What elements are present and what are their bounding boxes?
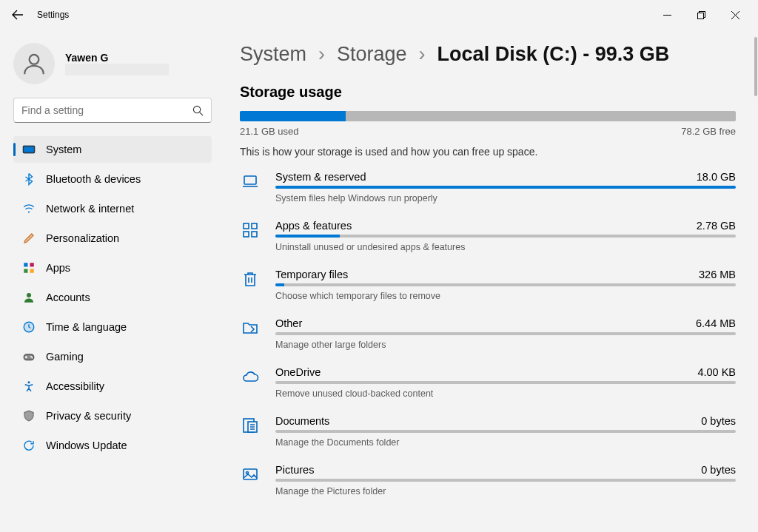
storage-usage-fill <box>240 111 346 121</box>
search-icon <box>192 105 204 116</box>
account-icon <box>22 291 36 304</box>
category-size: 18.0 GB <box>697 171 736 183</box>
access-icon <box>22 380 36 393</box>
nav-label: Bluetooth & devices <box>46 173 141 185</box>
storage-description: This is how your storage is used and how… <box>240 146 736 158</box>
time-icon <box>22 320 36 334</box>
svg-rect-9 <box>24 269 27 273</box>
category-sub: Choose which temporary files to remove <box>275 291 736 301</box>
image-icon <box>240 464 261 496</box>
minimize-button[interactable] <box>650 3 684 27</box>
trash-icon <box>240 269 261 301</box>
svg-point-2 <box>30 55 39 64</box>
svg-rect-25 <box>244 469 257 479</box>
section-title: Storage usage <box>240 84 736 101</box>
category-bar <box>275 186 736 189</box>
person-icon <box>21 51 47 76</box>
laptop-icon <box>240 171 261 203</box>
chevron-right-icon: › <box>318 43 325 66</box>
nav-label: Apps <box>46 262 70 274</box>
close-icon <box>731 11 739 19</box>
category-bar-fill <box>275 186 736 189</box>
category-other[interactable]: Other6.44 MBManage other large folders <box>240 317 736 350</box>
folder-icon <box>240 317 261 350</box>
category-bar <box>275 430 736 433</box>
category-documents[interactable]: Documents0 bytesManage the Documents fol… <box>240 415 736 448</box>
category-sub: System files help Windows run properly <box>275 193 736 203</box>
svg-rect-10 <box>30 269 34 273</box>
nav-label: Network & internet <box>46 203 134 215</box>
sidebar-item-accessibility[interactable]: Accessibility <box>13 373 212 400</box>
svg-rect-4 <box>24 147 35 153</box>
sidebar-item-windows-update[interactable]: Windows Update <box>13 432 212 459</box>
nav-label: Gaming <box>46 351 84 363</box>
svg-point-15 <box>30 356 32 357</box>
search-box[interactable] <box>13 98 212 123</box>
svg-rect-18 <box>244 176 256 184</box>
profile[interactable]: Yawen G <box>13 43 212 84</box>
sidebar-item-privacy-security[interactable]: Privacy & security <box>13 403 212 429</box>
category-size: 2.78 GB <box>697 220 736 232</box>
category-size: 0 bytes <box>701 415 736 427</box>
category-name: Temporary files <box>275 269 348 280</box>
category-size: 4.00 KB <box>697 366 736 378</box>
free-label: 78.2 GB free <box>681 126 736 137</box>
sidebar-item-system[interactable]: System <box>13 136 212 163</box>
category-sub: Manage other large folders <box>275 340 736 350</box>
svg-point-3 <box>193 106 200 112</box>
nav-label: Windows Update <box>46 440 127 451</box>
sidebar-item-time-language[interactable]: Time & language <box>13 314 212 340</box>
category-bar <box>275 283 736 286</box>
svg-point-6 <box>28 211 30 212</box>
avatar-icon <box>13 43 55 84</box>
svg-point-17 <box>28 381 30 383</box>
sidebar-item-personalization[interactable]: Personalization <box>13 225 212 252</box>
category-temporary-files[interactable]: Temporary files326 MBChoose which tempor… <box>240 269 736 301</box>
category-sub: Uninstall unused or undesired apps & fea… <box>275 242 736 252</box>
category-onedrive[interactable]: OneDrive4.00 KBRemove unused cloud-backe… <box>240 366 736 399</box>
category-bar <box>275 332 736 335</box>
svg-point-16 <box>32 357 33 359</box>
svg-rect-22 <box>252 232 257 237</box>
breadcrumb-current: Local Disk (C:) - 99.3 GB <box>437 43 670 66</box>
sidebar-item-network-internet[interactable]: Network & internet <box>13 195 212 222</box>
apps-icon <box>22 261 36 275</box>
close-button[interactable] <box>718 3 752 27</box>
storage-usage-bar <box>240 111 736 121</box>
category-bar <box>275 235 736 238</box>
category-system-reserved[interactable]: System & reserved18.0 GBSystem files hel… <box>240 171 736 203</box>
category-sub: Manage the Documents folder <box>275 437 736 448</box>
category-apps-features[interactable]: Apps & features2.78 GBUninstall unused o… <box>240 220 736 252</box>
update-icon <box>22 439 36 452</box>
category-size: 0 bytes <box>701 464 736 476</box>
category-size: 6.44 MB <box>696 317 736 329</box>
shield-icon <box>22 409 36 422</box>
category-size: 326 MB <box>699 269 736 280</box>
sidebar-item-gaming[interactable]: Gaming <box>13 343 212 370</box>
sidebar-item-bluetooth-devices[interactable]: Bluetooth & devices <box>13 166 212 192</box>
titlebar: Settings <box>0 0 758 30</box>
cloud-icon <box>240 366 261 399</box>
breadcrumb-storage[interactable]: Storage <box>337 43 407 66</box>
nav-label: Time & language <box>46 321 127 333</box>
breadcrumb: System › Storage › Local Disk (C:) - 99.… <box>240 43 736 66</box>
sidebar-item-accounts[interactable]: Accounts <box>13 284 212 311</box>
svg-point-11 <box>27 293 31 297</box>
sidebar: Yawen G SystemBluetooth & devicesNetwork… <box>0 30 222 532</box>
back-button[interactable] <box>6 3 30 27</box>
category-bar-fill <box>275 235 340 238</box>
search-input[interactable] <box>21 104 192 116</box>
category-pictures[interactable]: Pictures0 bytesManage the Pictures folde… <box>240 464 736 496</box>
wifi-icon <box>22 202 36 215</box>
doc-icon <box>240 415 261 448</box>
pen-icon <box>22 232 36 245</box>
category-bar <box>275 381 736 384</box>
breadcrumb-system[interactable]: System <box>240 43 306 66</box>
sidebar-item-apps[interactable]: Apps <box>13 255 212 281</box>
category-bar <box>275 479 736 482</box>
maximize-button[interactable] <box>684 3 718 27</box>
nav: SystemBluetooth & devicesNetwork & inter… <box>13 136 212 459</box>
svg-rect-19 <box>244 223 249 229</box>
minimize-icon <box>663 11 671 19</box>
scrollbar[interactable] <box>754 37 757 96</box>
